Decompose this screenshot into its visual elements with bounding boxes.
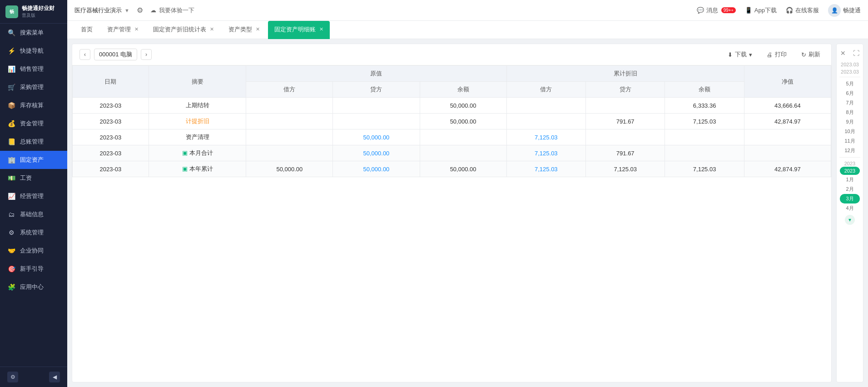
th-orig-balance: 余额	[420, 82, 506, 98]
timeline-expand-button[interactable]: ⛶	[851, 48, 861, 59]
cell-summary: 上期结转	[149, 98, 246, 114]
asset-id: 000001	[99, 51, 119, 58]
timeline-active-year-badge[interactable]: 2023	[840, 167, 860, 175]
purchase-icon: 🛒	[7, 84, 15, 91]
sidebar-item-inventory[interactable]: 📦库存核算	[0, 96, 67, 114]
th-orig-credit: 贷方	[333, 82, 420, 98]
message-badge: 99++	[721, 7, 736, 13]
cell-orig-debit	[246, 98, 333, 114]
sidebar-item-system[interactable]: ⚙系统管理	[0, 223, 67, 242]
timeline-close-button[interactable]: ✕	[838, 48, 848, 59]
timeline-month-2023[interactable]: 3月	[840, 194, 860, 203]
timeline-month-2023[interactable]: 4月	[838, 203, 862, 213]
sidebar-item-guide[interactable]: 🎯新手引导	[0, 260, 67, 278]
sidebar-item-label: 经营管理	[20, 192, 44, 200]
timeline-header-buttons: ✕ ⛶	[837, 48, 863, 60]
tab-asset-detail[interactable]: 固定资产明细账✕	[268, 21, 330, 39]
main-area: 医疗器械行业演示 ▼ ⚙ ☁ 我要体验一下 💬 消息 99++ 📱 App下载 …	[67, 0, 868, 387]
prev-asset-button[interactable]: ‹	[79, 49, 90, 60]
timeline-scroll-down[interactable]: ▾	[845, 215, 855, 225]
download-button[interactable]: ⬇ 下载 ▾	[724, 49, 756, 60]
timeline-separator	[839, 77, 860, 77]
tab-close-depreciation-report[interactable]: ✕	[210, 26, 214, 32]
timeline-month[interactable]: 6月	[842, 89, 858, 98]
timeline-month[interactable]: 10月	[842, 127, 858, 136]
summary-icon: ▣	[182, 165, 188, 172]
timeline-month[interactable]: 9月	[842, 117, 858, 127]
cell-orig-balance: 50,000.00	[420, 161, 506, 177]
sidebar-item-label: 采购管理	[20, 83, 44, 91]
sidebar-item-quicknav[interactable]: ⚡快捷导航	[0, 42, 67, 60]
cell-net-value: 43,666.64	[744, 98, 831, 114]
cell-orig-debit	[246, 114, 333, 129]
sidebar-item-sales[interactable]: 📊销售管理	[0, 60, 67, 78]
tab-depreciation-report[interactable]: 固定资产折旧统计表✕	[147, 21, 220, 39]
tab-close-asset-mgmt[interactable]: ✕	[134, 26, 139, 32]
asset-name: 电脑	[120, 51, 132, 58]
finance-icon: 💰	[7, 120, 15, 127]
sidebar-item-operations[interactable]: 📈经营管理	[0, 187, 67, 205]
cell-dep-balance: 7,125.03	[665, 114, 744, 129]
sidebar-item-purchase[interactable]: 🛒采购管理	[0, 78, 67, 96]
print-label: 打印	[775, 50, 787, 59]
app-download-button[interactable]: 📱 App下载	[745, 6, 777, 15]
message-button[interactable]: 💬 消息 99++	[697, 6, 736, 15]
guide-icon: 🎯	[7, 265, 15, 273]
timeline-date-1: 2023.03	[841, 60, 859, 68]
print-button[interactable]: 🖨 打印	[763, 49, 790, 60]
timeline-month-2023[interactable]: 2月	[838, 184, 862, 194]
timeline-month[interactable]: 5月	[842, 79, 858, 89]
timeline-month[interactable]: 7月	[842, 98, 858, 108]
company-selector[interactable]: 医疗器械行业演示 ▼	[74, 6, 129, 15]
timeline-year-badge: 2023	[844, 159, 855, 167]
sidebar-logo: 畅	[5, 5, 18, 18]
sidebar-item-finance[interactable]: 💰资金管理	[0, 114, 67, 133]
sidebar-item-base-info[interactable]: 🗂基础信息	[0, 205, 67, 223]
content-area: ‹ 000001 电脑 › ⬇ 下载 ▾ 🖨 打印	[67, 39, 868, 387]
sidebar-item-ledger[interactable]: 📒总账管理	[0, 133, 67, 151]
table-row: 2023-03 上期结转 50,000.00 6,333.36 43,666.6…	[73, 98, 831, 114]
cell-date: 2023-03	[73, 114, 149, 129]
sidebar-item-search[interactable]: 🔍搜索菜单	[0, 24, 67, 42]
cell-date: 2023-03	[73, 161, 149, 177]
experience-button[interactable]: ☁ 我要体验一下	[150, 6, 194, 15]
cell-dep-credit	[586, 129, 665, 145]
user-menu[interactable]: 👤 畅捷通	[828, 4, 861, 17]
refresh-button[interactable]: ↻ 刷新	[798, 49, 824, 60]
detail-table: 日期 摘要 原值 累计折旧 净值 借方 贷方 余额 借方 贷方 余额	[72, 65, 831, 177]
tab-close-asset-detail[interactable]: ✕	[319, 26, 323, 32]
customer-service-label: 在线客服	[795, 6, 819, 15]
tab-home[interactable]: 首页	[74, 21, 99, 39]
cell-summary: ▣本月合计	[149, 145, 246, 161]
timeline-month-2023[interactable]: 1月	[838, 175, 862, 184]
th-net-value: 净值	[744, 66, 831, 98]
tab-asset-type[interactable]: 资产类型✕	[222, 21, 266, 39]
settings-button[interactable]: ⚙	[7, 372, 18, 382]
collapse-button[interactable]: ◀	[49, 372, 60, 382]
timeline-month[interactable]: 12月	[842, 146, 858, 155]
topbar-settings-icon[interactable]: ⚙	[137, 6, 143, 15]
sales-icon: 📊	[7, 65, 15, 73]
sidebar-item-payroll[interactable]: 💵工资	[0, 169, 67, 187]
tab-close-asset-type[interactable]: ✕	[256, 26, 260, 32]
sidebar-item-fixed-assets[interactable]: 🏢固定资产	[0, 151, 67, 169]
main-panel: ‹ 000001 电脑 › ⬇ 下载 ▾ 🖨 打印	[72, 44, 832, 382]
timeline-month[interactable]: 11月	[842, 136, 858, 146]
timeline-date-2: 2023.03	[841, 68, 859, 75]
th-orig-debit: 借方	[246, 82, 333, 98]
user-name: 畅捷通	[843, 6, 861, 15]
quicknav-icon: ⚡	[7, 47, 15, 55]
cell-orig-credit: 50,000.00	[333, 161, 420, 177]
cell-date: 2023-03	[73, 145, 149, 161]
sidebar-item-collab[interactable]: 🤝企业协同	[0, 242, 67, 260]
sidebar-item-appstore[interactable]: 🧩应用中心	[0, 278, 67, 296]
timeline-month[interactable]: 8月	[842, 108, 858, 117]
search-icon: 🔍	[7, 29, 15, 36]
asset-id-tag: 000001 电脑	[94, 49, 137, 60]
customer-service-button[interactable]: 🎧 在线客服	[786, 6, 819, 15]
next-asset-button[interactable]: ›	[141, 49, 152, 60]
cell-dep-debit	[506, 114, 585, 129]
system-icon: ⚙	[7, 229, 15, 236]
tab-asset-mgmt[interactable]: 资产管理✕	[101, 21, 145, 39]
sidebar: 畅 畅捷通好业财 普及版 🔍搜索菜单⚡快捷导航📊销售管理🛒采购管理📦库存核算💰资…	[0, 0, 67, 387]
